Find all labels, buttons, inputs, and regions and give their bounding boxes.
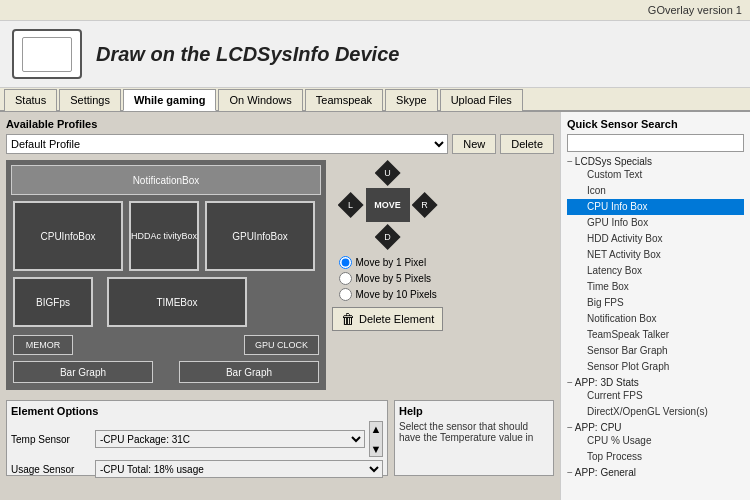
tree-item-cpu-usage[interactable]: CPU % Usage	[567, 433, 744, 449]
tree-item-directx[interactable]: DirectX/OpenGL Version(s)	[567, 404, 744, 420]
move-up-button[interactable]: U	[375, 160, 401, 186]
trash-icon: 🗑	[341, 311, 355, 327]
delete-button[interactable]: Delete	[500, 134, 554, 154]
tree-group-lcdsys: LCDSys Specials Custom Text Icon CPU Inf…	[567, 156, 744, 375]
tab-teamspeak[interactable]: Teamspeak	[305, 89, 383, 111]
tree-group-3d-label[interactable]: APP: 3D Stats	[567, 377, 744, 388]
element-options-panel: Element Options Temp Sensor -CPU Package…	[6, 400, 388, 476]
notification-box[interactable]: NotificationBox	[11, 165, 321, 195]
move-left-button[interactable]: L	[338, 192, 364, 218]
gpu-clock-box[interactable]: GPU CLOCK	[244, 335, 319, 355]
move-right-button[interactable]: R	[412, 192, 438, 218]
move-diamond: U L MOVE R D	[338, 160, 438, 250]
app-title: Draw on the LCDSysInfo Device	[96, 43, 399, 66]
bigfps-box[interactable]: BIGFps	[13, 277, 93, 327]
tab-settings[interactable]: Settings	[59, 89, 121, 111]
tree-item-net-activity[interactable]: NET Activity Box	[567, 247, 744, 263]
temp-scroll[interactable]: ▲▼	[369, 421, 383, 457]
move-center: MOVE	[366, 188, 410, 222]
tree-item-custom-text[interactable]: Custom Text	[567, 167, 744, 183]
tab-status[interactable]: Status	[4, 89, 57, 111]
tree-item-current-fps[interactable]: Current FPS	[567, 388, 744, 404]
canvas-area[interactable]: NotificationBox CPUInfoBox HDDAc tivityB…	[6, 160, 326, 390]
tab-skype[interactable]: Skype	[385, 89, 438, 111]
help-panel: Help Select the sensor that should have …	[394, 400, 554, 476]
controls-panel: U L MOVE R D	[332, 160, 443, 396]
bar-graph-left[interactable]: Bar Graph	[13, 361, 153, 383]
profile-row: Default Profile New Delete	[6, 134, 554, 154]
tree-item-big-fps[interactable]: Big FPS	[567, 295, 744, 311]
device-icon	[12, 29, 82, 79]
temp-sensor-select[interactable]: -CPU Package: 31C	[95, 430, 365, 448]
tree-item-time-box[interactable]: Time Box	[567, 279, 744, 295]
profiles-title: Available Profiles	[6, 118, 554, 130]
tree-item-hdd-activity[interactable]: HDD Activity Box	[567, 231, 744, 247]
tree-item-teamspeak-talker[interactable]: TeamSpeak Talker	[567, 327, 744, 343]
pixel-radio-group: Move by 1 Pixel Move by 5 Pixels Move by…	[339, 256, 437, 301]
bottom-row: Element Options Temp Sensor -CPU Package…	[6, 396, 554, 476]
tree-item-notification-box[interactable]: Notification Box	[567, 311, 744, 327]
title-bar: GOverlay version 1	[0, 0, 750, 21]
tab-while-gaming[interactable]: While gaming	[123, 89, 217, 111]
tree-item-latency[interactable]: Latency Box	[567, 263, 744, 279]
gpu-info-box[interactable]: GPUInfoBox	[205, 201, 315, 271]
tree-group-3d: APP: 3D Stats Current FPS DirectX/OpenGL…	[567, 377, 744, 420]
quick-search-input[interactable]	[567, 134, 744, 152]
usage-sensor-label: Usage Sensor	[11, 464, 91, 475]
app-version: GOverlay version 1	[648, 4, 742, 16]
hdd-box[interactable]: HDDAc tivityBox	[129, 201, 199, 271]
tab-bar: Status Settings While gaming On Windows …	[0, 88, 750, 112]
tree-item-icon[interactable]: Icon	[567, 183, 744, 199]
tree-item-sensor-bar-graph[interactable]: Sensor Bar Graph	[567, 343, 744, 359]
help-title: Help	[399, 405, 549, 417]
main-content: Available Profiles Default Profile New D…	[0, 112, 750, 500]
cpu-info-box[interactable]: CPUInfoBox	[13, 201, 123, 271]
temp-sensor-label: Temp Sensor	[11, 434, 91, 445]
left-panel: Available Profiles Default Profile New D…	[0, 112, 560, 500]
tree-item-sensor-plot-graph[interactable]: Sensor Plot Graph	[567, 359, 744, 375]
tab-on-windows[interactable]: On Windows	[218, 89, 302, 111]
quick-search-title: Quick Sensor Search	[567, 118, 744, 130]
sensor-tree: LCDSys Specials Custom Text Icon CPU Inf…	[567, 156, 744, 500]
usage-sensor-select[interactable]: -CPU Total: 18% usage	[95, 460, 383, 478]
radio-10px[interactable]: Move by 10 Pixels	[339, 288, 437, 301]
tree-group-general-label[interactable]: APP: General	[567, 467, 744, 478]
right-panel: Quick Sensor Search LCDSys Specials Cust…	[560, 112, 750, 500]
time-box[interactable]: TIMEBox	[107, 277, 247, 327]
help-text: Select the sensor that should have the T…	[399, 421, 549, 443]
radio-5px[interactable]: Move by 5 Pixels	[339, 272, 437, 285]
radio-1px[interactable]: Move by 1 Pixel	[339, 256, 437, 269]
tree-group-lcdsys-label[interactable]: LCDSys Specials	[567, 156, 744, 167]
tree-item-gpu-info-box[interactable]: GPU Info Box	[567, 215, 744, 231]
bar-graph-right[interactable]: Bar Graph	[179, 361, 319, 383]
profile-select[interactable]: Default Profile	[6, 134, 448, 154]
tree-item-top-process[interactable]: Top Process	[567, 449, 744, 465]
move-down-button[interactable]: D	[375, 224, 401, 250]
usage-sensor-row: Usage Sensor -CPU Total: 18% usage	[11, 460, 383, 478]
temp-sensor-row: Temp Sensor -CPU Package: 31C ▲▼	[11, 421, 383, 457]
new-button[interactable]: New	[452, 134, 496, 154]
memor-box[interactable]: MEMOR	[13, 335, 73, 355]
tree-group-cpu-label[interactable]: APP: CPU	[567, 422, 744, 433]
tree-group-cpu: APP: CPU CPU % Usage Top Process	[567, 422, 744, 465]
tree-group-general: APP: General	[567, 467, 744, 478]
element-options-title: Element Options	[11, 405, 383, 417]
tab-upload-files[interactable]: Upload Files	[440, 89, 523, 111]
delete-element-button[interactable]: 🗑 Delete Element	[332, 307, 443, 331]
header: Draw on the LCDSysInfo Device	[0, 21, 750, 88]
tree-item-cpu-info-box[interactable]: CPU Info Box	[567, 199, 744, 215]
